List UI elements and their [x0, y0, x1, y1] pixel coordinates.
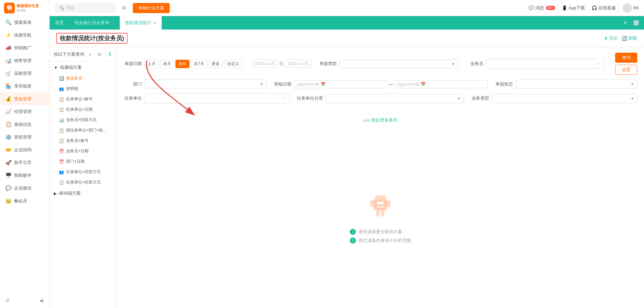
service-icon: 🎧 [592, 5, 597, 10]
unit-method2-icon: 📋 [59, 180, 64, 185]
date-btn-this-month[interactable]: 本月 [160, 60, 174, 68]
date-btn-last-month[interactable]: 上月 [145, 60, 159, 68]
field-date: 单据日期 上月 本月 本年 近7天 更多 自定义 [123, 60, 242, 68]
tab-bank-close[interactable]: ✕ [111, 21, 114, 25]
collapse-scheme-button[interactable]: 《 [105, 51, 112, 58]
sidebar-item-wechat[interactable]: 💬 企业微信 [0, 182, 49, 195]
tabbar: 首页 现金银行流水查询 ✕ 收款情况统计 ✕ ✕ ⬜ [50, 16, 644, 30]
collapse-bar[interactable]: ∧∧ 收起更多条件 [117, 113, 644, 126]
window-buttons: ✕ ⬜ [621, 19, 644, 27]
sidebar-item-inventory[interactable]: 🏪 库存核算 [0, 80, 49, 93]
sidebar-item-purchase[interactable]: 🛒 采购管理 [0, 67, 49, 80]
salesperson-more-icon[interactable]: ··· [596, 61, 601, 67]
sidebar-item-operation[interactable]: 📈 经营管理 [0, 105, 49, 118]
svg-point-2 [377, 201, 380, 205]
sidebar-item-label: 营销推广 [14, 45, 32, 51]
scheme-item-unit-account[interactable]: 📋 往来单位+账号 [50, 94, 116, 104]
date-to-input[interactable]: 2023-12-31 [285, 60, 312, 68]
audit-to-placeholder: yyyy-mm-dd [397, 82, 419, 87]
tab-home[interactable]: 首页 [50, 16, 69, 30]
partner-label: 往来单位 [123, 95, 142, 101]
scheme-item-label: 按明细 [66, 86, 78, 92]
date-btn-7days[interactable]: 近7天 [191, 60, 207, 68]
topbar-right: 💬 消息 99+ 📱 App下载 🎧 在线客服 Rit [529, 3, 639, 13]
refresh-button[interactable]: 🔄 刷新 [622, 35, 637, 41]
doc-status-select[interactable]: ▾ [516, 80, 637, 89]
date-btn-this-year[interactable]: 本年 [175, 60, 190, 68]
topbar-search-box[interactable]: 🔍 搜索 [55, 3, 115, 12]
biz-type-select[interactable]: ▾ [492, 94, 637, 103]
guide-icon: 🚀 [5, 160, 11, 166]
system-icon: ⚙️ [5, 134, 11, 140]
export-button[interactable]: ⬆ 导出 [604, 35, 618, 41]
doc-type-label: 单据类型 [318, 61, 337, 67]
app-download-button[interactable]: 📱 App下载 [562, 5, 585, 11]
close-window-button[interactable]: ✕ [621, 19, 629, 27]
add-scheme-button[interactable]: + [86, 51, 94, 58]
sidebar-item-label: 搜索菜单 [14, 19, 32, 25]
sidebar-item-basic[interactable]: 📋 基础信息 [0, 118, 49, 131]
sidebar-item-guide[interactable]: 🚀 新手引导 [0, 156, 49, 169]
user-profile[interactable]: Rit [623, 3, 639, 13]
tab-bank[interactable]: 现金银行流水查询 ✕ [69, 16, 120, 30]
dept-select[interactable]: ▾ [145, 80, 266, 89]
mobile-scheme-group: ▶ 移动端方案 [50, 188, 116, 199]
maximize-window-button[interactable]: ⬜ [632, 19, 640, 27]
unit-method1-icon: 👥 [59, 170, 64, 174]
finance-icon: 💰 [5, 96, 11, 102]
scheme-item-unit-method2[interactable]: 📋 往来单位+结算方式 [50, 177, 116, 188]
query-button[interactable]: 查询 [615, 53, 637, 63]
sidebar-item-system[interactable]: ⚙️ 系统管理 [0, 131, 49, 144]
scheme-item-salesperson-method[interactable]: 📊 业务员+结算方式 [50, 115, 116, 125]
tab-receipt-close[interactable]: ✕ [153, 21, 156, 25]
sidebar-item-quicknav[interactable]: ⚡ 快捷导航 [0, 29, 49, 42]
scheme-item-salesperson-date[interactable]: ⏰ 业务员+日期 [50, 146, 116, 156]
date-from-input[interactable]: 2023-01-01 [252, 60, 278, 68]
sidebar-item-enterprise[interactable]: 🤝 企业协同 [0, 144, 49, 156]
tab-receipt[interactable]: 收款情况统计 ✕ [120, 16, 162, 30]
logo-text: 畅捷通好生意 [17, 3, 39, 8]
wechat-icon: 💬 [5, 185, 11, 191]
partner-select[interactable]: ··· [145, 93, 290, 103]
mobile-group-title[interactable]: ▶ 移动端方案 [50, 188, 116, 199]
partner-category-select[interactable]: ▾ [326, 94, 464, 103]
topbar-gear-button[interactable]: ⚙ [119, 3, 129, 13]
tab-receipt-label: 收款情况统计 [125, 20, 151, 26]
settings-footer-button[interactable]: ⚙ [3, 295, 13, 305]
scheme-item-salesperson-account[interactable]: 📋 业务员+账号 [50, 136, 116, 146]
scheme-item-dept-date[interactable]: ⏰ 部门+日期 [50, 156, 116, 167]
app-logo: 畅 畅捷通好生意 标准版 [0, 0, 49, 16]
desktop-group-title[interactable]: ▼ 电脑端方案 [50, 62, 116, 73]
doc-type-select[interactable]: ▾ [339, 59, 458, 68]
salesperson-select[interactable]: ··· [486, 59, 604, 69]
sidebar-item-finance[interactable]: 💰 资金管理 [0, 93, 49, 105]
download-icon: 📱 [562, 5, 567, 10]
scheme-settings-button[interactable]: ⚙ [96, 51, 103, 58]
message-button[interactable]: 💬 消息 99+ [529, 5, 555, 11]
date-btn-custom[interactable]: 自定义 [224, 60, 242, 68]
partner-more-icon[interactable]: ··· [282, 95, 286, 101]
scheme-item-unit-date[interactable]: 📋 往来单位+日期 [50, 104, 116, 115]
page-body: 按以下方案查询 + ⚙ 《 ▼ 电脑端方案 🔄 按业务员 [50, 47, 644, 308]
settings-button[interactable]: 设置 [615, 65, 637, 75]
collapse-sidebar-button[interactable]: ◀| [37, 295, 47, 305]
scheme-item-by-detail[interactable]: 👥 按明细 [50, 84, 116, 94]
scheme-item-by-salesperson[interactable]: 🔄 按业务员 [50, 73, 116, 84]
scheme-item-unit-dept[interactable]: 📋 按往来单位+部门+收... [50, 125, 116, 136]
trial-button[interactable]: 体验行业方案 [133, 3, 170, 13]
audit-from-input[interactable]: yyyy-mm-dd 📅 [294, 80, 387, 88]
audit-to-input[interactable]: yyyy-mm-dd 📅 [394, 80, 488, 88]
sidebar-item-marketing[interactable]: 📣 营销推广 [0, 42, 49, 54]
date-btn-more[interactable]: 更多 [209, 60, 223, 68]
search-icon: 🔍 [5, 19, 11, 25]
sidebar-item-sales[interactable]: 📊 销售管理 [0, 54, 49, 67]
sidebar-item-search[interactable]: 🔍 搜索菜单 [0, 16, 49, 29]
sidebar-item-hardware[interactable]: 🖥️ 智能硬件 [0, 169, 49, 182]
sidebar-item-member[interactable]: 👑 畅会员 [0, 195, 49, 207]
svg-rect-8 [381, 210, 384, 216]
tab-bank-label: 现金银行流水查询 [74, 20, 109, 26]
chevron-down-icon: ▾ [631, 96, 634, 101]
online-service-button[interactable]: 🎧 在线客服 [592, 5, 616, 11]
member-icon: 👑 [5, 198, 11, 204]
scheme-item-unit-method1[interactable]: 👥 往来单位+结算方式 [50, 167, 116, 177]
